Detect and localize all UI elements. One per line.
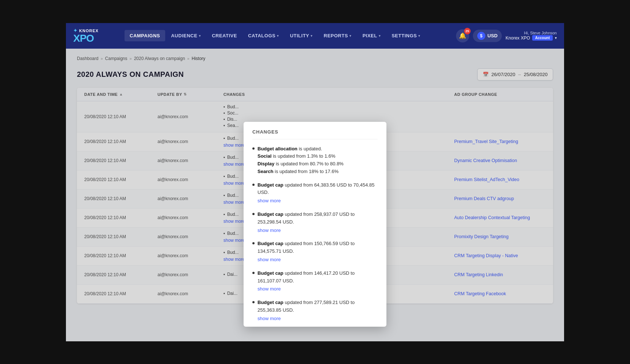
currency-label: USD [488, 33, 497, 38]
modal-show-more-5[interactable]: show more [257, 315, 378, 323]
content-area: Dashboard » Campaigns » 2020 Always on c… [66, 49, 564, 341]
modal-change-item: Budget cap updated from 64,383.56 USD to… [252, 181, 378, 205]
item5-prefix: Budget cap [257, 300, 284, 305]
modal-change-item: Budget allocation is updated. Social is … [252, 145, 378, 176]
nav-items: CAMPAIGNS AUDIENCE ▾ CREATIVE CATALOGS ▾… [125, 30, 456, 41]
nav-item-pixel[interactable]: PIXEL ▾ [357, 30, 386, 41]
nav-item-catalogs[interactable]: CATALOGS ▾ [243, 30, 284, 41]
modal-change-text: Budget cap updated from 258,937.07 USD t… [257, 211, 378, 234]
nav-item-audience[interactable]: AUDIENCE ▾ [166, 30, 206, 41]
changes-modal: CHANGES Budget allocation is updated. So… [244, 122, 386, 327]
modal-show-more-4[interactable]: show more [257, 285, 378, 293]
modal-changes-list: Budget allocation is updated. Social is … [252, 145, 378, 327]
catalogs-chevron-icon: ▾ [277, 34, 279, 38]
audience-chevron-icon: ▾ [199, 34, 201, 38]
search-label: Search [257, 169, 273, 174]
utility-chevron-icon: ▾ [311, 34, 313, 38]
modal-bullet-icon [252, 272, 255, 274]
notification-badge: 25 [464, 28, 471, 34]
dollar-circle: $ [477, 32, 485, 40]
modal-bullet-icon [252, 213, 255, 215]
user-area[interactable]: Hi, Steve Johnson Knorex XPO Account ▾ [505, 31, 557, 41]
brand-name: KNOREX [79, 29, 99, 33]
nav-item-settings[interactable]: SETTINGS ▾ [386, 30, 426, 41]
social-to: 1.6% [325, 153, 336, 159]
display-from: 80.7% [310, 161, 323, 166]
modal-bullet-icon [252, 301, 255, 303]
search-to: 17.6% [325, 169, 338, 174]
modal-change-item: Budget cap updated from 146,417.20 USD t… [252, 270, 378, 293]
modal-change-item: Budget cap updated from 277,589.21 USD t… [252, 299, 378, 322]
modal-change-item: Budget cap updated from 258,937.07 USD t… [252, 211, 378, 234]
modal-bullet-icon [252, 242, 255, 244]
pixel-chevron-icon: ▾ [379, 34, 381, 38]
user-account: Knorex XPO Account ▾ [505, 35, 557, 41]
item2-prefix: Budget cap [257, 211, 284, 217]
navbar: ✦ KNOREX XPO CAMPAIGNS AUDIENCE ▾ CREATI… [66, 23, 564, 49]
modal-change-text: Budget cap updated from 64,383.56 USD to… [257, 181, 378, 205]
nav-item-campaigns[interactable]: CAMPAIGNS [125, 30, 165, 41]
social-from: 1.3% [307, 153, 318, 159]
modal-show-more-3[interactable]: show more [257, 256, 378, 264]
display-to: 80.8% [330, 161, 344, 166]
account-badge[interactable]: Account [532, 35, 553, 41]
user-greeting: Hi, Steve Johnson [524, 31, 557, 35]
item4-prefix: Budget cap [257, 270, 284, 276]
notification-button[interactable]: 🔔 25 [456, 29, 469, 42]
search-from: 18% [309, 169, 318, 174]
user-chevron-icon: ▾ [555, 36, 557, 40]
nav-item-utility[interactable]: UTILITY ▾ [285, 30, 318, 41]
modal-change-text: Budget cap updated from 277,589.21 USD t… [257, 299, 378, 322]
modal-bullet-icon [252, 147, 255, 150]
nav-right: 🔔 25 $ USD Hi, Steve Johnson Knorex XPO … [456, 29, 557, 42]
display-label: Display [257, 161, 274, 166]
social-label: Social [257, 153, 271, 159]
budget-alloc-label: Budget allocation [257, 146, 297, 151]
nav-item-reports[interactable]: REPORTS ▾ [319, 30, 357, 41]
modal-change-text: Budget cap updated from 146,417.20 USD t… [257, 270, 378, 293]
modal-change-text: Budget allocation is updated. Social is … [257, 145, 344, 176]
reports-chevron-icon: ▾ [349, 34, 352, 38]
modal-show-more-2[interactable]: show more [257, 227, 378, 234]
nav-item-creative[interactable]: CREATIVE [207, 30, 242, 41]
logo-area: ✦ KNOREX XPO [73, 28, 114, 44]
item1-prefix: Budget cap [257, 182, 284, 188]
dollar-icon: $ [480, 33, 483, 38]
logo-xpo: XPO [73, 33, 114, 44]
user-brand: Knorex XPO [505, 35, 530, 41]
modal-change-text: Budget cap updated from 150,766.59 USD t… [257, 240, 378, 263]
item3-prefix: Budget cap [257, 241, 284, 246]
modal-bullet-icon [252, 184, 255, 186]
outer-wrapper: ✦ KNOREX XPO CAMPAIGNS AUDIENCE ▾ CREATI… [0, 0, 630, 364]
modal-title: CHANGES [252, 129, 378, 139]
currency-button[interactable]: $ USD [473, 30, 502, 42]
modal-show-more-1[interactable]: show more [257, 197, 378, 205]
settings-chevron-icon: ▾ [418, 34, 420, 38]
modal-change-item: Budget cap updated from 150,766.59 USD t… [252, 240, 378, 263]
app-container: ✦ KNOREX XPO CAMPAIGNS AUDIENCE ▾ CREATI… [66, 23, 564, 341]
